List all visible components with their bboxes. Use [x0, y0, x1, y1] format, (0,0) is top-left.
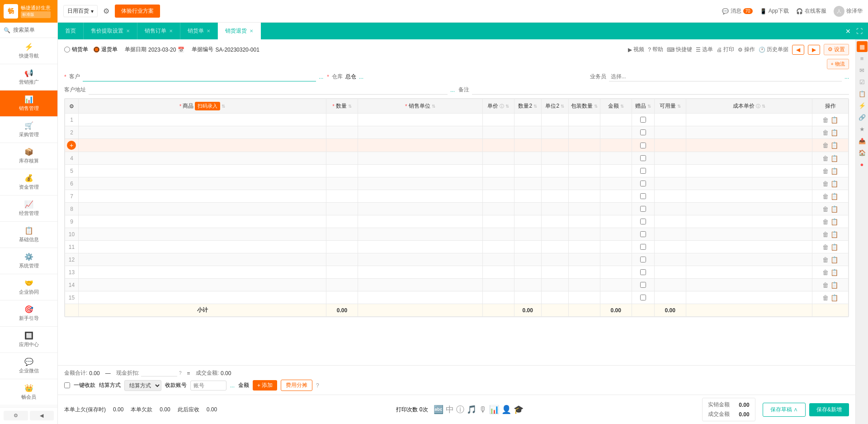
header-history-btn[interactable]: 🕐 历史单据 [759, 46, 788, 53]
product-cell-2[interactable] [79, 126, 326, 139]
fee-split-btn[interactable]: 费用分摊 [281, 380, 312, 391]
add-row-cell[interactable]: + [65, 139, 79, 152]
copy-btn-15[interactable]: 📋 [830, 294, 838, 301]
unit2-cell-1[interactable] [541, 114, 568, 126]
cost-cell-active[interactable] [686, 139, 812, 152]
avail-cell-active[interactable] [654, 139, 686, 152]
unit2-cell-active[interactable] [541, 139, 568, 152]
copy-btn-13[interactable]: 📋 [830, 269, 838, 276]
sidebar-item-operation[interactable]: 📈 经营管理 [0, 195, 57, 222]
radio-sale-input[interactable] [64, 47, 70, 52]
gift-cell-active[interactable] [632, 139, 654, 152]
tab-close-btn[interactable]: ✕ [844, 27, 853, 36]
customer-input[interactable] [83, 72, 316, 81]
header-video-btn[interactable]: ▶ 视频 [628, 46, 644, 53]
copy-btn-9[interactable]: 📋 [830, 218, 838, 225]
tab-maximize-btn[interactable]: ⛶ [854, 27, 864, 36]
sort-unit2-icon[interactable]: ⇅ [561, 104, 564, 109]
sort-unit-icon[interactable]: ⇅ [432, 104, 435, 109]
address-dots[interactable]: ... [450, 87, 455, 93]
sidebar-item-shortcut[interactable]: ⚡ 快捷导航 [0, 38, 57, 64]
sort-cost-icon[interactable]: ⇅ [762, 104, 765, 109]
tab-return-close[interactable]: ✕ [250, 29, 253, 33]
gift-checkbox-2[interactable] [640, 129, 646, 135]
copy-btn-6[interactable]: 📋 [830, 180, 838, 187]
customer-dots[interactable]: ... [319, 74, 323, 80]
save-new-btn[interactable]: 保存&新增 [809, 403, 849, 416]
sidebar-item-appstore[interactable]: 🔲 应用中心 [0, 327, 57, 353]
product-cell-active[interactable] [79, 139, 326, 152]
qty-cell-active[interactable] [326, 139, 358, 152]
staff-dots[interactable]: ... [844, 74, 849, 80]
delete-btn-13[interactable]: 🗑 [822, 269, 829, 276]
header-help-btn[interactable]: ? 帮助 [648, 46, 663, 53]
sidebar-collapse-btn[interactable]: ◀ [30, 411, 54, 420]
sidebar-item-wechat[interactable]: 💬 企业微信 [0, 353, 57, 379]
copy-btn-5[interactable]: 📋 [830, 167, 838, 175]
gift-checkbox-active[interactable] [640, 143, 646, 148]
account-dots[interactable]: ... [230, 382, 235, 389]
sidebar-item-member[interactable]: 👑 畅会员 [0, 379, 57, 405]
sidebar-settings-btn[interactable]: ⚙ [4, 411, 28, 420]
unit-cell-1[interactable] [358, 114, 483, 126]
topbar-settings-btn[interactable]: ⚙ [101, 5, 111, 17]
delete-btn-2[interactable]: 🗑 [822, 129, 829, 136]
gift-checkbox-13[interactable] [640, 269, 646, 275]
sidebar-item-enterprise[interactable]: 🤝 企业协同 [0, 274, 57, 300]
sidebar-item-purchase[interactable]: 🛒 采购管理 [0, 117, 57, 143]
tab-price-close[interactable]: ✕ [126, 29, 130, 33]
topbar-action-btn[interactable]: 体验行业方案 [115, 5, 160, 18]
sort-qty2-icon[interactable]: ⇅ [533, 104, 537, 109]
warehouse-dots[interactable]: ... [359, 74, 363, 80]
tab-home[interactable]: 首页 [58, 23, 84, 39]
right-panel-check[interactable]: ☑ [857, 76, 868, 87]
add-payment-btn[interactable]: + 添加 [253, 380, 277, 391]
copy-btn-7[interactable]: 📋 [830, 193, 838, 200]
radio-return-input[interactable] [94, 47, 99, 52]
copy-btn-active[interactable]: 📋 [830, 142, 838, 149]
online-service-item[interactable]: 🎧 在线客服 [796, 7, 826, 15]
radio-sale[interactable]: 销货单 [64, 46, 88, 53]
unit-cell-2[interactable] [358, 126, 483, 139]
remark-input[interactable] [472, 85, 849, 95]
sidebar-item-search[interactable]: 🔍 搜索菜单 [0, 23, 57, 38]
sidebar-item-finance[interactable]: 💰 资金管理 [0, 169, 57, 195]
nav-prev-btn[interactable]: ◀ [792, 45, 804, 55]
radio-return[interactable]: 退货单 [94, 46, 118, 53]
right-panel-link[interactable]: 🔗 [857, 112, 868, 123]
sort-qty-icon[interactable]: ⇅ [348, 104, 352, 109]
unit2-cell-2[interactable] [541, 126, 568, 139]
gift-checkbox-1[interactable] [640, 117, 646, 123]
scan-btn[interactable]: 扫码录入 [195, 102, 220, 110]
gift-checkbox-8[interactable] [640, 206, 646, 212]
qty2-cell-1[interactable] [514, 114, 541, 126]
qty2-cell-2[interactable] [514, 126, 541, 139]
price-cell-1[interactable] [482, 114, 514, 126]
sort-amount-icon[interactable]: ⇅ [620, 104, 624, 109]
amount-cell-1[interactable] [600, 114, 632, 126]
header-shortcut-btn[interactable]: ⌨ 快捷键 [667, 46, 692, 53]
sort-avail-icon[interactable]: ⇅ [677, 104, 681, 109]
gift-checkbox-10[interactable] [640, 231, 646, 237]
copy-btn-2[interactable]: 📋 [830, 129, 838, 136]
header-operate-btn[interactable]: ⚙ 操作 [738, 46, 755, 53]
sidebar-item-marketing[interactable]: 📢 营销推广 [0, 64, 57, 91]
sidebar-item-inventory[interactable]: 📦 库存核算 [0, 143, 57, 169]
pkg-cell-active[interactable] [568, 139, 600, 152]
delete-btn-11[interactable]: 🗑 [822, 243, 829, 251]
delete-btn-9[interactable]: 🗑 [822, 218, 829, 225]
gift-checkbox-14[interactable] [640, 282, 646, 288]
right-panel-alert[interactable]: ● [857, 159, 868, 170]
delete-btn-5[interactable]: 🗑 [822, 167, 829, 175]
discount-input[interactable] [141, 370, 177, 376]
gift-checkbox-9[interactable] [640, 219, 646, 224]
sort-gift-icon[interactable]: ⇅ [647, 104, 651, 109]
right-panel-upload[interactable]: 📤 [857, 135, 868, 146]
amount-cell-2[interactable] [600, 126, 632, 139]
copy-btn-10[interactable]: 📋 [830, 231, 838, 238]
right-panel-mail[interactable]: ✉ [857, 65, 868, 76]
header-print-btn[interactable]: 🖨 打印 [717, 46, 734, 53]
delete-btn-6[interactable]: 🗑 [822, 180, 829, 187]
right-panel-doc[interactable]: 📋 [857, 88, 868, 99]
account-input[interactable] [190, 381, 226, 391]
